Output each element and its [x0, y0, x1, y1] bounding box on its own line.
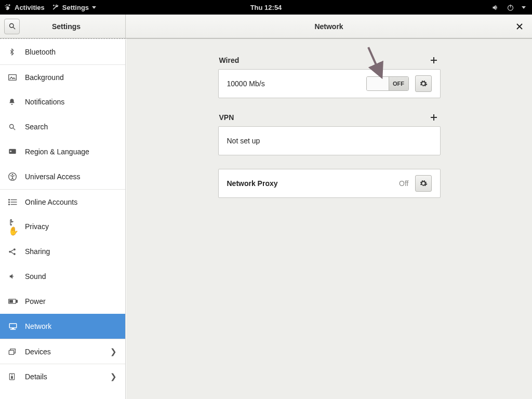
wired-speed: 10000 Mb/s — [227, 79, 366, 88]
svg-rect-27 — [16, 300, 17, 302]
system-status-area[interactable] — [491, 4, 532, 11]
sidebar-item-label: Online Accounts — [25, 198, 77, 206]
sidebar-item-search[interactable]: Search — [0, 114, 125, 139]
svg-rect-30 — [12, 328, 15, 329]
sidebar-item-label: Search — [25, 123, 48, 131]
sidebar-item-label: Background — [25, 73, 64, 82]
sidebar-item-power[interactable]: Power — [0, 289, 125, 314]
battery-icon — [8, 298, 18, 304]
sidebar-item-privacy[interactable]: ✋ Privacy — [0, 214, 125, 239]
plus-icon — [430, 114, 437, 121]
svg-point-0 — [8, 4, 10, 6]
privacy-icon: ✋ — [8, 218, 18, 235]
proxy-row: Network Proxy Off — [219, 169, 440, 197]
sidebar-item-label: Sound — [25, 272, 46, 281]
network-icon — [8, 323, 18, 330]
app-menu[interactable]: Settings — [52, 4, 96, 11]
svg-point-23 — [9, 250, 11, 252]
sidebar-item-region-language[interactable]: Region & Language — [0, 139, 125, 164]
gnome-logo-icon — [4, 4, 11, 11]
sidebar-item-label: Region & Language — [25, 148, 89, 156]
wired-connection-row: 10000 Mb/s OFF — [219, 70, 440, 98]
chevron-down-icon — [92, 6, 96, 9]
svg-rect-10 — [9, 74, 17, 80]
svg-line-7 — [13, 27, 15, 29]
svg-point-22 — [9, 204, 10, 205]
svg-point-3 — [5, 7, 6, 8]
add-vpn-button[interactable] — [428, 112, 440, 123]
sidebar-title: Settings — [24, 22, 125, 31]
add-wired-button[interactable] — [428, 55, 440, 66]
svg-line-12 — [13, 128, 15, 130]
globe-icon — [8, 148, 18, 155]
svg-rect-29 — [9, 324, 17, 328]
proxy-settings-button[interactable] — [415, 175, 432, 192]
svg-point-24 — [14, 248, 16, 250]
vpn-section-header: VPN — [219, 112, 440, 123]
vpn-status-row: Not set up — [219, 127, 440, 155]
close-icon — [516, 23, 523, 30]
vpn-frame: Not set up — [218, 126, 441, 155]
sidebar-item-details[interactable]: Details❯ — [0, 364, 125, 389]
proxy-label: Network Proxy — [227, 179, 400, 188]
vpn-status: Not set up — [227, 137, 432, 145]
svg-point-35 — [11, 374, 12, 375]
sidebar-item-label: Network — [25, 322, 51, 330]
gear-icon — [419, 179, 428, 188]
activities-button[interactable]: Activities — [4, 4, 45, 11]
plus-icon — [430, 57, 437, 64]
svg-point-21 — [9, 202, 10, 203]
wired-heading: Wired — [219, 56, 240, 64]
content-pane: Wired 10000 Mb/s OFF VPN — [126, 38, 532, 399]
proxy-frame: Network Proxy Off — [218, 169, 441, 198]
chevron-right-icon: ❯ — [110, 347, 117, 356]
sound-icon — [8, 273, 18, 280]
sidebar-item-sound[interactable]: Sound — [0, 264, 125, 289]
svg-point-6 — [9, 24, 14, 28]
header-bar: Settings Network — [0, 15, 532, 38]
top-panel: Activities Settings Thu 12:54 — [0, 0, 532, 15]
svg-rect-32 — [9, 350, 14, 354]
sidebar-item-label: Power — [25, 297, 46, 305]
svg-point-14 — [10, 151, 11, 152]
cloud-icon — [8, 198, 18, 206]
sidebar-item-sharing[interactable]: Sharing — [0, 239, 125, 264]
svg-rect-34 — [11, 376, 13, 378]
svg-point-16 — [12, 174, 14, 176]
panel-clock[interactable]: Thu 12:54 — [250, 4, 282, 11]
sidebar-item-online-accounts[interactable]: Online Accounts — [0, 189, 125, 214]
svg-point-11 — [10, 124, 14, 128]
vpn-heading: VPN — [219, 113, 234, 122]
svg-point-25 — [14, 253, 16, 255]
proxy-status: Off — [399, 179, 408, 188]
activities-label: Activities — [15, 4, 45, 11]
wired-settings-button[interactable] — [415, 75, 432, 92]
search-icon — [8, 123, 18, 131]
close-button[interactable] — [513, 20, 526, 33]
page-title: Network — [314, 22, 343, 31]
sidebar-item-network[interactable]: Network — [0, 314, 125, 339]
svg-rect-28 — [9, 300, 13, 303]
volume-icon — [491, 4, 499, 11]
svg-point-2 — [5, 5, 6, 6]
wrench-icon — [52, 4, 59, 11]
toggle-knob — [367, 77, 389, 90]
bluetooth-icon — [8, 48, 18, 56]
svg-point-20 — [9, 199, 10, 200]
search-button[interactable] — [4, 19, 20, 34]
wired-toggle[interactable]: OFF — [366, 76, 409, 91]
toggle-state: OFF — [389, 77, 408, 90]
sidebar: Bluetooth Background Notifications Searc… — [0, 39, 126, 399]
sidebar-item-background[interactable]: Background — [0, 64, 125, 89]
details-icon — [8, 373, 18, 381]
sidebar-item-universal-access[interactable]: Universal Access — [0, 164, 125, 189]
gear-icon — [419, 79, 428, 88]
sidebar-item-notifications[interactable]: Notifications — [0, 89, 125, 114]
search-icon — [8, 22, 16, 30]
bell-icon — [8, 98, 18, 106]
sidebar-item-label: Bluetooth — [25, 48, 56, 56]
wired-frame: 10000 Mb/s OFF — [218, 69, 441, 98]
sidebar-item-bluetooth[interactable]: Bluetooth — [0, 39, 125, 64]
sidebar-item-devices[interactable]: Devices❯ — [0, 339, 125, 364]
background-icon — [8, 74, 18, 81]
